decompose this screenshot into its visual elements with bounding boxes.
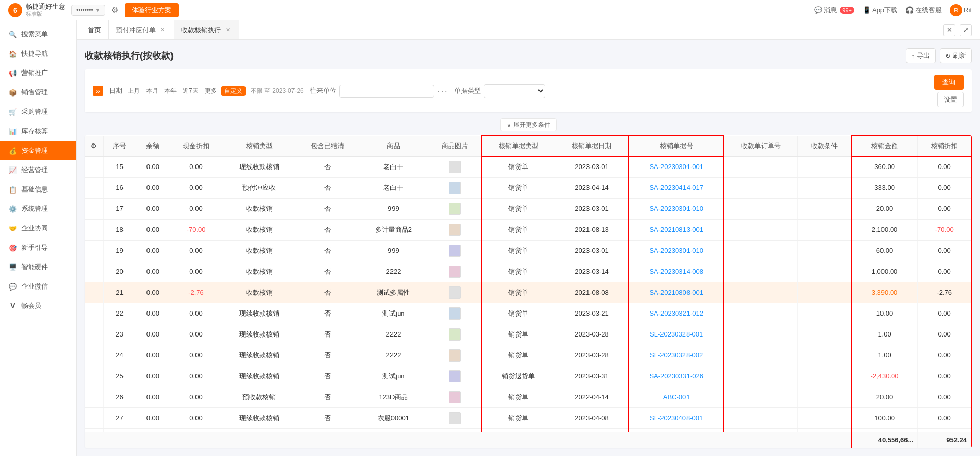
tab-prepay[interactable]: 预付冲应付单 ✕ xyxy=(109,20,174,39)
date-opt-this-month[interactable]: 本月 xyxy=(144,86,160,96)
sidebar-item-wechat[interactable]: 💬 企业微信 xyxy=(0,277,76,296)
cell-writeoff-bill-no: SA-20230331-026 xyxy=(629,366,724,387)
company-selector[interactable]: •••••••• ▼ xyxy=(71,5,105,16)
refresh-button[interactable]: ↻ 刷新 xyxy=(940,48,972,63)
cell-included-settled: 否 xyxy=(296,177,359,198)
counterpart-input[interactable] xyxy=(339,85,434,98)
cell-writeoff-discount: 0.00 xyxy=(918,345,971,366)
message-item[interactable]: 💬 消息 99+ xyxy=(814,6,854,15)
sidebar-item-sales[interactable]: 📦 销售管理 xyxy=(0,83,76,102)
cell-writeoff-bill-no: SA-20230301-010 xyxy=(629,198,724,219)
cell-writeoff-discount: 0.00 xyxy=(918,407,971,428)
query-button[interactable]: 查询 xyxy=(934,75,964,90)
main-layout: 🔍 搜索菜单 🏠 快捷导航 📢 营销推广 📦 销售管理 🛒 采购管理 📊 库存核… xyxy=(0,20,980,456)
cell-writeoff-bill-date: 2023-04-08 xyxy=(555,407,629,428)
cell-goods: 2222 xyxy=(359,261,428,282)
sidebar-item-enterprise[interactable]: 🤝 企业协同 xyxy=(0,219,76,238)
bill-no-link[interactable]: SA-20210808-001 xyxy=(649,289,703,296)
sidebar-item-system[interactable]: ⚙️ 系统管理 xyxy=(0,199,76,219)
sidebar-item-label: 采购管理 xyxy=(21,107,48,116)
table-row: 25 0.00 0.00 现续收款核销 否 测试jun 销货退货单 2023-0… xyxy=(85,366,971,387)
bill-no-link[interactable]: SA-20230331-026 xyxy=(649,372,703,380)
tab-close-button[interactable]: ✕ xyxy=(943,24,955,36)
date-opt-last-month[interactable]: 上月 xyxy=(126,86,142,96)
cell-gear xyxy=(85,387,103,407)
date-opt-this-year[interactable]: 本年 xyxy=(162,86,179,96)
message-badge: 99+ xyxy=(840,7,854,14)
sidebar-item-basic[interactable]: 📋 基础信息 xyxy=(0,180,76,199)
tab-receivable[interactable]: 收款核销执行 ✕ xyxy=(174,20,239,39)
bill-no-link[interactable]: SA-20230414-017 xyxy=(649,184,703,191)
export-button[interactable]: ↑ 导出 xyxy=(906,48,936,63)
cell-writeoff-bill-type: 销货单 xyxy=(481,219,555,240)
table-row: 18 0.00 -70.00 收款核销 否 多计量商品2 销货单 2021-08… xyxy=(85,219,971,240)
cell-writeoff-discount: 0.00 xyxy=(918,177,971,198)
settings-gear-icon[interactable]: ⚙ xyxy=(111,5,118,15)
tab-actions: ✕ ⤢ xyxy=(943,24,976,36)
solution-button[interactable]: 体验行业方案 xyxy=(125,3,179,17)
cell-cash-discount: 0.00 xyxy=(169,407,223,428)
bill-no-link[interactable]: SL-20230408-001 xyxy=(650,414,703,422)
filter-expand-button[interactable]: » xyxy=(93,86,103,96)
top-bar-left: 6 畅捷通好生意 标准版 •••••••• ▼ ⚙ 体验行业方案 xyxy=(8,3,179,17)
tabs: 首页 预付冲应付单 ✕ 收款核销执行 ✕ xyxy=(81,20,239,39)
tab-prepay-close[interactable]: ✕ xyxy=(159,26,166,34)
sidebar-item-marketing[interactable]: 📢 营销推广 xyxy=(0,63,76,83)
sidebar-item-label: 畅会员 xyxy=(21,301,41,310)
cell-writeoff-bill-no: SA-20210813-001 xyxy=(629,219,724,240)
sidebar-item-hardware[interactable]: 🖥️ 智能硬件 xyxy=(0,257,76,277)
cell-gear xyxy=(85,303,103,324)
cell-seq: 25 xyxy=(103,366,136,387)
th-seq: 序号 xyxy=(103,136,136,156)
cell-cash-discount: 0.00 xyxy=(169,345,223,366)
app-download-item[interactable]: 📱 App下载 xyxy=(863,6,897,15)
page-header: 收款核销执行(按收款) ↑ 导出 ↻ 刷新 xyxy=(85,48,972,63)
bill-no-link[interactable]: SA-20230301-010 xyxy=(649,205,703,212)
bill-no-link[interactable]: ABC-001 xyxy=(663,393,690,401)
bill-no-link[interactable]: SL-20230328-002 xyxy=(650,351,703,359)
cell-writeoff-discount: 0.00 xyxy=(918,387,971,407)
user-item[interactable]: R Rit xyxy=(950,4,972,16)
tab-receivable-close[interactable]: ✕ xyxy=(224,26,232,34)
expand-more-button[interactable]: ∨ 展开更多条件 xyxy=(500,118,557,131)
sidebar-item-guide[interactable]: 🎯 新手引导 xyxy=(0,238,76,257)
bill-no-link[interactable]: SA-20230301-001 xyxy=(649,163,703,171)
bill-no-link[interactable]: SA-20230301-010 xyxy=(649,247,703,254)
date-opt-more[interactable]: 更多 xyxy=(203,86,219,96)
tab-home[interactable]: 首页 xyxy=(81,20,109,39)
sidebar-item-inventory[interactable]: 📊 库存核算 xyxy=(0,122,76,141)
cell-goods: 测试jun xyxy=(359,303,428,324)
table-container[interactable]: ⚙ 序号 余额 现金折扣 核销类型 包含已结清 商品 商品图片 核销单据类型 核… xyxy=(85,135,972,448)
cell-writeoff-amount: 20.00 xyxy=(851,198,918,219)
sidebar-item-quicknav[interactable]: 🏠 快捷导航 xyxy=(0,44,76,63)
member-icon: V xyxy=(8,302,17,310)
sidebar-item-member[interactable]: V 畅会员 xyxy=(0,296,76,316)
filter-settings-button[interactable]: 设置 xyxy=(937,92,964,107)
tab-expand-button[interactable]: ⤢ xyxy=(960,24,972,36)
sidebar-item-search[interactable]: 🔍 搜索菜单 xyxy=(0,25,76,44)
sidebar-item-finance[interactable]: 💰 资金管理 xyxy=(0,141,76,160)
bill-no-link[interactable]: SA-20210813-001 xyxy=(649,226,703,233)
bill-no-link[interactable]: SL-20230328-001 xyxy=(650,330,703,338)
th-goods: 商品 xyxy=(359,136,428,156)
sidebar-item-label: 系统管理 xyxy=(21,204,48,213)
online-service-item[interactable]: 🎧 在线客服 xyxy=(905,6,942,15)
th-writeoff-bill-date: 核销单据日期 xyxy=(555,136,629,156)
sidebar-item-purchase[interactable]: 🛒 采购管理 xyxy=(0,102,76,122)
cell-cash-discount: 0.00 xyxy=(169,366,223,387)
bill-no-link[interactable]: SA-20230321-012 xyxy=(649,309,703,317)
cell-writeoff-type: 收款核销 xyxy=(223,261,296,282)
th-gear[interactable]: ⚙ xyxy=(85,136,103,156)
date-opt-7days[interactable]: 近7天 xyxy=(181,86,201,96)
date-range-text: 不限 至 2023-07-26 xyxy=(251,87,304,95)
date-opt-custom[interactable]: 自定义 xyxy=(221,86,246,96)
sidebar-item-label: 库存核算 xyxy=(21,127,48,136)
cell-gear xyxy=(85,156,103,177)
cell-writeoff-amount: 1,000.00 xyxy=(851,261,918,282)
table-footer: 40,556,66... 952.24 xyxy=(85,431,971,448)
filter-actions: 查询 设置 xyxy=(934,75,964,107)
sidebar-item-label: 企业微信 xyxy=(21,282,48,291)
voucher-type-select[interactable] xyxy=(484,84,545,98)
bill-no-link[interactable]: SA-20230314-008 xyxy=(649,268,703,275)
sidebar-item-business[interactable]: 📈 经营管理 xyxy=(0,160,76,180)
